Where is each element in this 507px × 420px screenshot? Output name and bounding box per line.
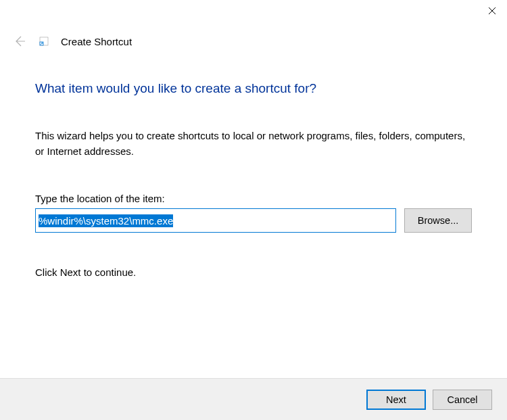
location-input-row: %windir%\system32\mmc.exe Browse... — [35, 208, 472, 233]
wizard-title: Create Shortcut — [61, 36, 132, 47]
titlebar — [0, 0, 507, 22]
back-button — [12, 34, 27, 49]
cancel-button[interactable]: Cancel — [433, 390, 492, 410]
shortcut-icon — [39, 37, 49, 46]
close-icon — [488, 7, 496, 15]
next-button[interactable]: Next — [366, 390, 426, 410]
location-input[interactable]: %windir%\system32\mmc.exe — [35, 208, 396, 233]
location-input-value: %windir%\system32\mmc.exe — [39, 214, 173, 227]
main-heading: What item would you like to create a sho… — [35, 81, 472, 96]
continue-hint: Click Next to continue. — [35, 266, 472, 278]
wizard-content: What item would you like to create a sho… — [0, 49, 507, 278]
wizard-header: Create Shortcut — [0, 22, 507, 49]
description-text: This wizard helps you to create shortcut… — [35, 129, 472, 159]
location-label: Type the location of the item: — [35, 193, 472, 204]
close-button[interactable] — [487, 5, 498, 16]
back-arrow-icon — [13, 34, 26, 48]
browse-button[interactable]: Browse... — [404, 208, 472, 233]
wizard-footer: Next Cancel — [0, 378, 507, 420]
